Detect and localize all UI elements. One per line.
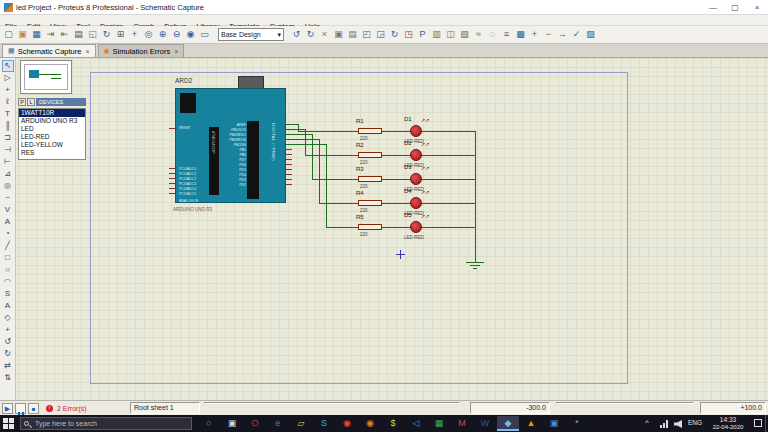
cortana-icon[interactable]: ○ xyxy=(198,416,220,431)
tab-schematic-capture[interactable]: ▦ Schematic Capture × xyxy=(2,44,96,57)
wire[interactable] xyxy=(382,227,410,228)
wire[interactable] xyxy=(422,203,476,204)
led-D2[interactable] xyxy=(410,149,422,161)
media-player-icon[interactable]: ▲ xyxy=(520,416,542,431)
close-tab-icon[interactable]: × xyxy=(85,48,89,55)
resistor-R5[interactable] xyxy=(358,224,382,230)
photos-app-icon[interactable]: ▣ xyxy=(543,416,565,431)
action-center-icon[interactable] xyxy=(754,419,762,427)
wire[interactable] xyxy=(473,268,477,269)
wire[interactable] xyxy=(382,155,410,156)
edge-browser-icon[interactable]: e xyxy=(267,416,289,431)
design-selector-dropdown[interactable]: Base Design ▾ xyxy=(218,28,284,41)
chrome-browser-icon[interactable]: ◉ xyxy=(336,416,358,431)
wire[interactable] xyxy=(382,131,410,132)
wire[interactable] xyxy=(382,203,410,204)
origin-icon[interactable]: + xyxy=(128,28,141,41)
resistor-R2[interactable] xyxy=(358,152,382,158)
netlist-to-ares-icon[interactable]: ▨ xyxy=(584,28,597,41)
language-indicator[interactable]: ENG xyxy=(688,419,702,426)
wire[interactable] xyxy=(422,227,476,228)
make-device-icon[interactable]: ▥ xyxy=(430,28,443,41)
resistor-R1[interactable] xyxy=(358,128,382,134)
close-button[interactable]: × xyxy=(746,0,768,15)
minimize-button[interactable]: — xyxy=(702,0,724,15)
zoom-area-icon[interactable]: ▭ xyxy=(198,28,211,41)
electrical-rule-check-icon[interactable]: ✓ xyxy=(570,28,583,41)
led-D1[interactable] xyxy=(410,125,422,137)
stop-simulation-button[interactable]: ■ xyxy=(28,403,39,414)
wire[interactable] xyxy=(286,124,298,125)
clock[interactable]: 14:33 22-04-2020 xyxy=(704,416,752,431)
toggle-grid-icon[interactable]: ⊞ xyxy=(114,28,127,41)
wire[interactable] xyxy=(286,139,319,140)
wire[interactable] xyxy=(466,262,484,263)
file-explorer-icon[interactable]: ▱ xyxy=(290,416,312,431)
wire[interactable] xyxy=(286,129,305,130)
tray-chevron-up-icon[interactable]: ^ xyxy=(645,418,649,427)
zoom-all-icon[interactable]: ◉ xyxy=(184,28,197,41)
wire[interactable] xyxy=(475,131,476,262)
save-project-icon[interactable]: ▦ xyxy=(30,28,43,41)
wire-autorouter-icon[interactable]: ≈ xyxy=(472,28,485,41)
block-delete-icon[interactable]: ◳ xyxy=(402,28,415,41)
wire[interactable] xyxy=(298,131,358,132)
zoom-out-icon[interactable]: ⊖ xyxy=(170,28,183,41)
word-icon[interactable]: W xyxy=(474,416,496,431)
proteus-app-icon[interactable]: ◆ xyxy=(497,416,519,431)
wire[interactable] xyxy=(312,134,313,180)
store-icon[interactable]: ▦ xyxy=(428,416,450,431)
error-message[interactable]: 2 Error(s) xyxy=(57,403,87,414)
cut-icon[interactable]: × xyxy=(318,28,331,41)
pick-device-icon[interactable]: P xyxy=(416,28,429,41)
copy-icon[interactable]: ▣ xyxy=(332,28,345,41)
redo-icon[interactable]: ↻ xyxy=(304,28,317,41)
network-signal-icon[interactable] xyxy=(660,419,670,428)
start-button[interactable] xyxy=(3,418,14,429)
wire[interactable] xyxy=(326,227,358,228)
print-design-icon[interactable]: ▤ xyxy=(72,28,85,41)
packaging-tool-icon[interactable]: ◫ xyxy=(444,28,457,41)
pause-simulation-button[interactable] xyxy=(15,403,26,414)
pan-icon[interactable]: ◎ xyxy=(142,28,155,41)
mark-output-area-icon[interactable]: ◱ xyxy=(86,28,99,41)
design-explorer-icon[interactable]: ▩ xyxy=(514,28,527,41)
new-sheet-icon[interactable]: + xyxy=(528,28,541,41)
zoom-in-icon[interactable]: ⊕ xyxy=(156,28,169,41)
telegram-icon[interactable]: ◁ xyxy=(405,416,427,431)
wire[interactable] xyxy=(422,155,476,156)
block-rotate-icon[interactable]: ↻ xyxy=(388,28,401,41)
new-project-icon[interactable]: ▢ xyxy=(2,28,15,41)
search-tag-icon[interactable]: ◌ xyxy=(486,28,499,41)
wire[interactable] xyxy=(319,139,320,204)
firefox-browser-icon[interactable]: ◉ xyxy=(359,416,381,431)
maximize-button[interactable]: ▢ xyxy=(724,0,746,15)
block-move-icon[interactable]: ◲ xyxy=(374,28,387,41)
resistor-R3[interactable] xyxy=(358,176,382,182)
speaker-icon[interactable] xyxy=(674,420,682,428)
wire[interactable] xyxy=(470,265,480,266)
led-D5[interactable] xyxy=(410,221,422,233)
property-assignment-icon[interactable]: ≡ xyxy=(500,28,513,41)
refresh-display-icon[interactable]: ↻ xyxy=(100,28,113,41)
remove-sheet-icon[interactable]: − xyxy=(542,28,555,41)
wire[interactable] xyxy=(286,144,326,145)
goto-sheet-icon[interactable]: → xyxy=(556,28,569,41)
led-D3[interactable] xyxy=(410,173,422,185)
opera-browser-icon[interactable]: O xyxy=(244,416,266,431)
close-tab-icon[interactable]: × xyxy=(174,48,178,55)
led-D4[interactable] xyxy=(410,197,422,209)
show-desktop-strip[interactable] xyxy=(765,415,766,432)
settings-app-icon[interactable]: * xyxy=(566,416,588,431)
mail-app-icon[interactable]: M xyxy=(451,416,473,431)
open-project-icon[interactable]: ▣ xyxy=(16,28,29,41)
wire[interactable] xyxy=(382,179,410,180)
wire[interactable] xyxy=(286,134,312,135)
skype-icon[interactable]: S xyxy=(313,416,335,431)
tab-simulation-errors[interactable]: ◉ Simulation Errors × xyxy=(98,44,185,57)
search-input[interactable]: Type here to search xyxy=(20,417,192,430)
schematic-canvas[interactable]: ARD2 ATMEGA328P AREFPB5/SCKPB4/MISOPB3/M… xyxy=(0,58,768,400)
wire[interactable] xyxy=(326,144,327,228)
arduino-board[interactable]: ATMEGA328P AREFPB5/SCKPB4/MISOPB3/MOSIPB… xyxy=(175,88,286,203)
payments-app-icon[interactable]: $ xyxy=(382,416,404,431)
